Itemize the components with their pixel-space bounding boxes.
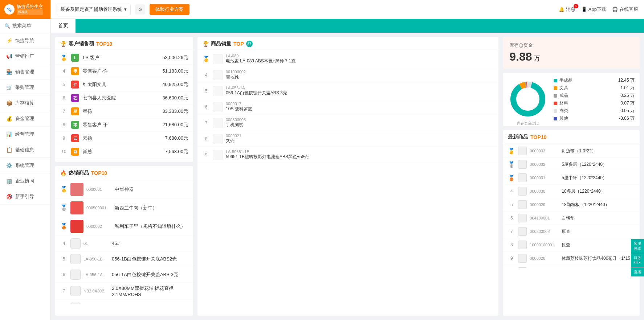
- new-prod-row[interactable]: 10 003800001 22g鱼豆腐·烧烤味（1*12*20）: [503, 265, 640, 268]
- prod-image-placeholder: [518, 187, 527, 196]
- prod-name: 雪地靴: [226, 74, 493, 80]
- app-download-button[interactable]: 📱 App下载: [581, 6, 606, 13]
- prod-code: 004100001: [530, 216, 559, 220]
- sidebar-item-marketing[interactable]: 📢 营销推广: [0, 49, 50, 64]
- legend-name: 文具: [559, 85, 618, 91]
- sidebar-item-operation[interactable]: 📊 经营管理: [0, 127, 50, 142]
- inventory-icon: 📦: [6, 100, 12, 106]
- rank-number: 8: [60, 122, 68, 127]
- medal-icon: 🥇: [60, 54, 68, 61]
- product-rank-row[interactable]: 9 LA-59651-1B 59651-1B旋转投影灯电池盒ABS黑色+58壳: [197, 147, 498, 163]
- sidebar-item-basic[interactable]: 📋 基础信息: [0, 142, 50, 158]
- rank-number: 5: [508, 202, 515, 207]
- customer-rank-row[interactable]: 🥇 L LS 客户 53,006.26元: [55, 51, 193, 65]
- hot-prod-row[interactable]: 🥈 000500001 新西兰牛肉（新牛）: [55, 199, 193, 217]
- customer-rank-row[interactable]: 6 苍 苍南县人民医院 36,600.00元: [55, 91, 193, 105]
- hot-prod-row[interactable]: 5 LA-056-1B 056-1B白色按键开关底ABS2壳: [55, 251, 193, 267]
- legend-value: 0.07 万: [620, 100, 635, 106]
- new-prod-row[interactable]: 5 0000029 18颗粒板（1220*2440）: [503, 198, 640, 212]
- legend-item: 文具 1.01 万: [554, 85, 635, 91]
- prod-code: LA-056-1A: [83, 272, 109, 277]
- prod-image: [70, 220, 83, 233]
- float-direct-button[interactable]: 直播: [631, 267, 644, 276]
- float-community-button[interactable]: 服务 社区: [631, 253, 644, 267]
- settings-button[interactable]: ⚙: [135, 4, 145, 15]
- tab-home[interactable]: 首页: [51, 19, 76, 33]
- product-rank-row[interactable]: 8 0000021 夹壳: [197, 131, 498, 147]
- new-prod-row[interactable]: 🥈 0000032 5厘多层（1220*2440）: [503, 158, 640, 171]
- sidebar-item-inventory[interactable]: 📦 库存核算: [0, 95, 50, 111]
- new-prod-row[interactable]: 🥉 0000031 5厘中纤（1220*2440）: [503, 171, 640, 185]
- new-prod-row[interactable]: 7 000800008 原查: [503, 225, 640, 238]
- customer-rank-row[interactable]: 5 红 红太阳文具 40,925.00元: [55, 78, 193, 91]
- customer-badge: 红: [71, 81, 79, 89]
- hot-prod-row[interactable]: 🥇 0000001 中华神器: [55, 180, 193, 199]
- rank-number: 7: [203, 120, 210, 126]
- float-hotline-button[interactable]: 客服 热线: [631, 239, 644, 253]
- prod-name: 056-1A白色按键开关盖ABS 3壳: [226, 90, 493, 96]
- sidebar-item-company[interactable]: 🏢 企业协同: [0, 173, 50, 189]
- customer-amount: 36,600.00元: [162, 95, 188, 101]
- customer-name: 云扬: [83, 135, 161, 141]
- customer-amount: 53,006.26元: [162, 54, 188, 61]
- product-ranking-card: 🏆 商品销量 TOP 27 🥇 LA-089 电池盖 LA-089 ABS本色+…: [197, 37, 498, 316]
- hot-prod-row[interactable]: 7 NB2.0X30B 2.0X30MM双搓花轴,搓花直径2.1MM/ROHS: [55, 283, 193, 300]
- nav-tabs: 首页: [51, 19, 644, 33]
- gear-icon: ⚙: [138, 7, 143, 12]
- prod-name: 056-1B白色按键开关底ABS2壳: [112, 256, 188, 262]
- rank-number: 8: [508, 242, 515, 247]
- prod-name: 10S 变料罗簇: [226, 106, 493, 112]
- product-rank-row[interactable]: 4 001000002 雪地靴: [197, 67, 498, 83]
- new-prod-row[interactable]: 9 0000028 体裁荔枝味苏打饮品400毫升（1*15）: [503, 252, 640, 265]
- customer-rank-row[interactable]: 4 零 零售客户-许 51,183.00元: [55, 65, 193, 78]
- newest-products-list: 🥇 0000033 封边带（1.0*22） 🥈 0000032 5厘多层（122…: [503, 144, 640, 268]
- customer-rank-row[interactable]: 10 肖 肖总 7,563.00元: [55, 145, 193, 159]
- logo-text: 畅捷通好生意: [17, 4, 43, 10]
- hot-prod-row[interactable]: 🥉 0000002 智利车子里（规格不知道填什么）: [55, 217, 193, 236]
- system-selector[interactable]: 装备及固定资产辅助管理系统 ▾: [57, 4, 131, 15]
- rank-number: 9: [203, 152, 210, 157]
- new-prod-row[interactable]: 4 0000030 18多层（1220*2440）: [503, 185, 640, 198]
- sidebar-item-system[interactable]: ⚙️ 系统管理: [0, 158, 50, 173]
- legend-name: 材料: [559, 100, 618, 106]
- sidebar-item-finance[interactable]: 💰 资金管理: [0, 111, 50, 127]
- new-prod-row[interactable]: 6 004100001 白钢垫: [503, 212, 640, 225]
- prod-image-placeholder: [70, 286, 81, 296]
- prod-image-placeholder: [518, 241, 527, 249]
- sidebar-search[interactable]: 🔍 搜索菜单: [0, 19, 50, 33]
- product-rank-row[interactable]: 🥇 LA-089 电池盖 LA-089 ABS本色+黑种 7.1克: [197, 51, 498, 67]
- sidebar-item-guide[interactable]: 🎯 新手引导: [0, 189, 50, 205]
- legend-value: -3.86 万: [619, 115, 635, 122]
- sidebar-item-sales[interactable]: 🏪 销售管理: [0, 64, 50, 80]
- hot-prod-row[interactable]: 4 01 45#: [55, 236, 193, 251]
- product-rank-row[interactable]: 7 000800005 手机测试: [197, 115, 498, 131]
- product-rank-row[interactable]: 5 LA-056-1A 056-1A白色按键开关盖ABS 3壳: [197, 83, 498, 99]
- prod-name: 2.0X30MM双搓花轴,搓花直径2.1MM/ROHS: [112, 285, 188, 297]
- finance-icon: 💰: [6, 115, 12, 122]
- notification-button[interactable]: 🔔 6 消息: [559, 6, 575, 13]
- customer-name: 零售客户-许: [83, 68, 159, 74]
- product-rank-row[interactable]: 6 0000017 10S 变料罗簇: [197, 99, 498, 115]
- sidebar-item-purchase[interactable]: 🛒 采购管理: [0, 80, 50, 95]
- prod-image: [70, 201, 83, 214]
- hot-prod-row[interactable]: 6 LA-056-1A 056-1A白色按键开关盖ABS 3壳: [55, 267, 193, 283]
- customer-rank-row[interactable]: 8 零 零售客户-于 21,680.00元: [55, 118, 193, 132]
- customer-badge: 苍: [71, 94, 79, 102]
- customer-name: 红太阳文具: [83, 81, 159, 88]
- hot-products-header: 🔥 热销商品 TOP10: [55, 166, 193, 180]
- rank-number: 4: [60, 241, 68, 246]
- rank-number: 6: [60, 272, 68, 277]
- trial-button[interactable]: 体验行业方案: [150, 4, 189, 15]
- prod-image-placeholder: [518, 214, 527, 222]
- sidebar-item-quicknav[interactable]: ⚡ 快捷导航: [0, 33, 50, 49]
- new-prod-row[interactable]: 8 10000100001 原查: [503, 238, 640, 252]
- rank-number: 4: [508, 189, 515, 194]
- hot-prod-row[interactable]: 8 0000011 12070519-xs: [55, 300, 193, 304]
- prod-name: 中华神器: [115, 186, 188, 193]
- trophy-icon: 🏆: [60, 41, 66, 47]
- customer-badge: 云: [71, 134, 79, 142]
- customer-rank-row[interactable]: 9 云 云扬 7,680.00元: [55, 132, 193, 145]
- online-service-button[interactable]: 🎧 在线客服: [612, 6, 638, 13]
- customer-rank-row[interactable]: 7 星 星扬 33,333.00元: [55, 105, 193, 118]
- new-prod-row[interactable]: 🥇 0000033 封边带（1.0*22）: [503, 144, 640, 158]
